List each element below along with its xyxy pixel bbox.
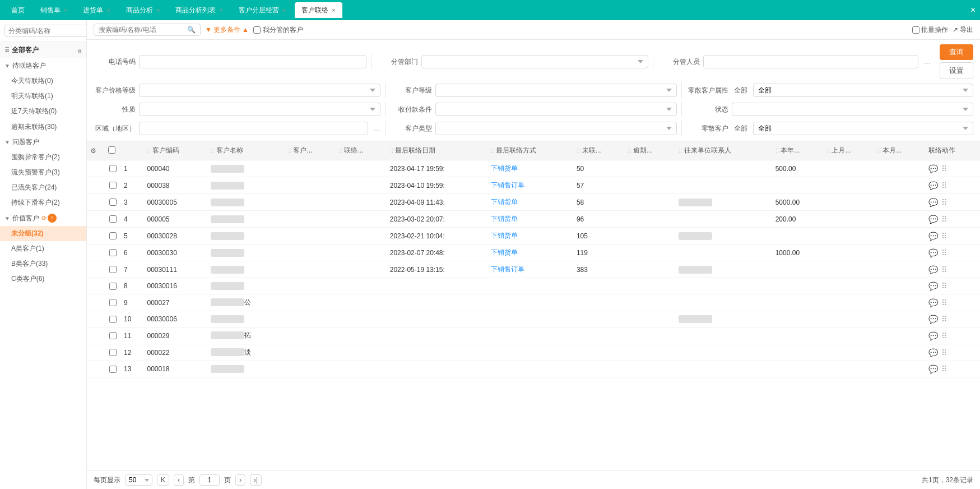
last-method-link[interactable]: 下销货单 bbox=[491, 164, 518, 172]
level-select[interactable] bbox=[435, 84, 677, 97]
scatter-select[interactable]: 全部 bbox=[753, 122, 973, 135]
region-input[interactable] bbox=[139, 122, 368, 135]
sidebar-item-tomorrow[interactable]: 明天待联络(1) bbox=[0, 89, 86, 104]
nav-tab-customer-contact[interactable]: 客户联络 × bbox=[295, 2, 342, 18]
last-method-link[interactable]: 下销货单 bbox=[491, 198, 518, 206]
dept-select[interactable] bbox=[421, 55, 649, 68]
th-unit-contact[interactable]: ::往来单位联系人 bbox=[675, 141, 772, 160]
last-method-link[interactable]: 下销售订单 bbox=[491, 181, 524, 189]
search-input-icon[interactable]: 🔍 bbox=[187, 26, 196, 34]
more-action-icon[interactable]: ⠿ bbox=[941, 265, 947, 274]
sidebar-item-churn-warning[interactable]: 流失预警客户(3) bbox=[0, 165, 86, 180]
first-page-btn[interactable]: K bbox=[157, 474, 169, 486]
nav-tab-purchase[interactable]: 进货单 × bbox=[76, 2, 117, 18]
more-action-icon[interactable]: ⠿ bbox=[941, 348, 947, 357]
close-sales-icon[interactable]: × bbox=[64, 7, 67, 13]
th-settings[interactable]: ⚙ bbox=[87, 141, 105, 160]
sidebar-item-today[interactable]: 今天待联络(0) bbox=[0, 73, 86, 89]
contact-icon[interactable]: 💬 bbox=[928, 215, 938, 224]
last-method-link[interactable]: 下销货单 bbox=[491, 248, 518, 256]
more-conditions-btn[interactable]: ▼ 更多条件 ▲ bbox=[205, 25, 249, 35]
last-method-link[interactable]: 下销货单 bbox=[491, 215, 518, 223]
contact-icon[interactable]: 💬 bbox=[928, 232, 938, 241]
row-checkbox[interactable] bbox=[109, 349, 117, 356]
nav-tab-home[interactable]: 首页 bbox=[4, 2, 31, 18]
query-button[interactable]: 查询 bbox=[940, 44, 973, 60]
th-name[interactable]: ::客户名称 bbox=[207, 141, 284, 160]
sidebar-item-overdue[interactable]: 逾期未联络(30) bbox=[0, 119, 86, 135]
row-checkbox[interactable] bbox=[109, 199, 117, 206]
contact-icon[interactable]: 💬 bbox=[928, 298, 938, 307]
th-last-month[interactable]: ::上月... bbox=[823, 141, 874, 160]
scatter-attr-select[interactable]: 全部 bbox=[753, 84, 973, 97]
sidebar-item-declining[interactable]: 持续下滑客户(2) bbox=[0, 195, 86, 210]
th-this-year[interactable]: ::本年... bbox=[772, 141, 823, 160]
sidebar-group-value[interactable]: ▼ 价值客户 ⟳ ! bbox=[0, 211, 86, 226]
sidebar-item-week[interactable]: 近7天待联络(0) bbox=[0, 104, 86, 119]
close-analysis-list-icon[interactable]: × bbox=[219, 7, 222, 13]
row-checkbox[interactable] bbox=[109, 249, 117, 256]
prev-page-btn[interactable]: ‹ bbox=[174, 474, 184, 486]
th-last-method[interactable]: ::最后联络方式 bbox=[487, 141, 573, 160]
more-action-icon[interactable]: ⠿ bbox=[941, 298, 947, 307]
row-checkbox[interactable] bbox=[109, 316, 117, 323]
th-not-contact[interactable]: ::未联... bbox=[573, 141, 624, 160]
nav-tab-analysis[interactable]: 商品分析 × bbox=[119, 2, 166, 18]
more-action-icon[interactable]: ⠿ bbox=[941, 181, 947, 190]
row-checkbox[interactable] bbox=[109, 215, 117, 223]
more-action-icon[interactable]: ⠿ bbox=[941, 248, 947, 257]
person-input[interactable] bbox=[703, 55, 918, 68]
row-checkbox[interactable] bbox=[109, 182, 117, 189]
row-checkbox[interactable] bbox=[109, 232, 117, 239]
sidebar-collapse-icon[interactable]: « bbox=[77, 46, 82, 55]
th-code[interactable]: ::客户编码 bbox=[143, 141, 207, 160]
price-level-select[interactable] bbox=[139, 84, 380, 97]
close-customer-contact-icon[interactable]: × bbox=[332, 7, 335, 13]
more-action-icon[interactable]: ⠿ bbox=[941, 365, 947, 373]
th-overdue[interactable]: ::逾期... bbox=[624, 141, 675, 160]
select-all-checkbox[interactable] bbox=[108, 146, 115, 154]
contact-icon[interactable]: 💬 bbox=[928, 282, 938, 290]
contact-icon[interactable]: 💬 bbox=[928, 248, 938, 257]
close-customer-segment-icon[interactable]: × bbox=[282, 7, 286, 13]
my-customers-checkbox[interactable] bbox=[253, 26, 261, 34]
nav-tab-analysis-list[interactable]: 商品分析列表 × bbox=[169, 2, 229, 18]
more-action-icon[interactable]: ⠿ bbox=[941, 315, 947, 324]
page-number-input[interactable] bbox=[199, 474, 220, 486]
last-page-btn[interactable]: ›| bbox=[250, 474, 262, 486]
sidebar-item-a-class[interactable]: A类客户(1) bbox=[0, 241, 86, 256]
more-action-icon[interactable]: ⠿ bbox=[941, 331, 947, 340]
status-select[interactable] bbox=[732, 103, 973, 116]
sidebar-item-churned[interactable]: 已流失客户(24) bbox=[0, 180, 86, 195]
nav-tab-sales[interactable]: 销售单 × bbox=[34, 2, 74, 18]
main-search-input[interactable] bbox=[99, 26, 183, 34]
payment-select[interactable] bbox=[435, 103, 677, 116]
settings-icon[interactable]: ⚙ bbox=[90, 147, 96, 155]
all-customers-header[interactable]: ⠿ 全部客户 « bbox=[0, 42, 86, 58]
batch-checkbox[interactable] bbox=[912, 26, 919, 34]
row-checkbox[interactable] bbox=[109, 266, 117, 273]
th-contact[interactable]: ::联络... bbox=[336, 141, 387, 160]
more-action-icon[interactable]: ⠿ bbox=[941, 282, 947, 290]
more-action-icon[interactable]: ⠿ bbox=[941, 232, 947, 241]
more-action-icon[interactable]: ⠿ bbox=[941, 164, 947, 173]
contact-icon[interactable]: 💬 bbox=[928, 315, 938, 324]
row-checkbox[interactable] bbox=[109, 283, 117, 290]
row-checkbox[interactable] bbox=[109, 332, 117, 339]
nav-tab-customer-segment[interactable]: 客户分层经营 × bbox=[232, 2, 292, 18]
last-method-link[interactable]: 下销售订单 bbox=[491, 265, 524, 273]
phone-input[interactable] bbox=[139, 55, 366, 68]
sidebar-search-input[interactable] bbox=[4, 25, 87, 37]
row-checkbox[interactable] bbox=[109, 299, 117, 306]
close-analysis-icon[interactable]: × bbox=[156, 7, 160, 13]
batch-ops-btn[interactable]: 批量操作 bbox=[912, 25, 948, 35]
sidebar-group-pending[interactable]: ▼ 待联络客户 bbox=[0, 58, 86, 73]
contact-icon[interactable]: 💬 bbox=[928, 198, 938, 207]
per-page-select[interactable]: 50 100 200 bbox=[125, 474, 152, 486]
window-close-icon[interactable]: × bbox=[970, 5, 976, 15]
sidebar-item-hoarding[interactable]: 囤购异常客户(2) bbox=[0, 150, 86, 165]
th-type[interactable]: ::客户... bbox=[285, 141, 336, 160]
th-last-date[interactable]: ::最后联络日期 bbox=[387, 141, 487, 160]
region-more-icon[interactable]: … bbox=[374, 124, 380, 132]
th-this-month[interactable]: ::本月... bbox=[874, 141, 925, 160]
